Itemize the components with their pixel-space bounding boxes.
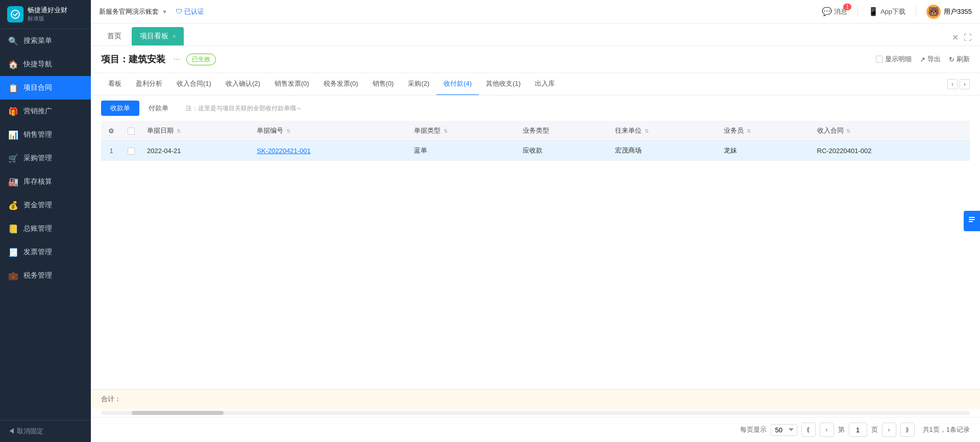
nav-tab-income-contract[interactable]: 收入合同(1)	[169, 73, 218, 95]
table-row[interactable]: 1 2022-04-21 SK-20220421-001 蓝单 应收款 宏茂商场…	[101, 141, 970, 161]
td-date: 2022-04-21	[141, 141, 251, 161]
table-header-row: ⚙ 单据日期 ⇅ 单据编号 ⇅	[101, 121, 970, 141]
td-biz-type: 应收款	[517, 141, 609, 161]
sidebar-unpin-button[interactable]: ◀ 取消固定	[0, 420, 91, 442]
nav-tab-sales[interactable]: 销售(0)	[365, 73, 401, 95]
nav-tab-other-income[interactable]: 其他收支(1)	[479, 73, 528, 95]
th-date[interactable]: 单据日期 ⇅	[141, 121, 251, 141]
page-number-input[interactable]	[849, 423, 867, 437]
tab-home[interactable]: 首页	[99, 27, 130, 45]
nav-tab-next-button[interactable]: ›	[960, 79, 970, 89]
show-detail-checkbox[interactable]	[876, 56, 883, 63]
tab-project-kanban[interactable]: 项目看板 ×	[132, 27, 184, 45]
scrollbar-thumb[interactable]	[132, 411, 224, 415]
nav-tabs: 看板 盈利分析 收入合同(1) 收入确认(2) 销售发票(0) 税务发票(0) …	[91, 73, 980, 95]
row-checkbox[interactable]	[128, 148, 135, 155]
sidebar-nav: 🔍 搜索菜单 🏠 快捷导航 📋 项目合同 🎁 营销推广 📊 销售管理 🛒 采购管…	[0, 29, 91, 420]
td-number[interactable]: SK-20220421-001	[251, 141, 408, 161]
per-page-select[interactable]: 50 20 100	[771, 424, 797, 436]
sidebar-item-label: 采购管理	[23, 154, 52, 163]
topbar-account: 新服务官网演示账套 ▼ 🛡 已认证	[99, 7, 822, 16]
data-table-wrap: ⚙ 单据日期 ⇅ 单据编号 ⇅	[91, 121, 980, 389]
refresh-button[interactable]: ↻ 刷新	[949, 55, 970, 64]
sidebar-item-purchase-mgmt[interactable]: 🛒 采购管理	[0, 146, 91, 170]
home-icon: 🏠	[8, 59, 18, 69]
tab-bar-actions: ✕ ⛶	[952, 33, 972, 45]
user-menu-button[interactable]: 🐻 用户3355	[926, 5, 972, 19]
th-number[interactable]: 单据编号 ⇅	[251, 121, 408, 141]
inventory-icon: 🏭	[8, 177, 18, 187]
sidebar-item-fund-mgmt[interactable]: 💰 资金管理	[0, 193, 91, 217]
sidebar-item-label: 项目合同	[23, 83, 52, 92]
nav-tab-inout-storage[interactable]: 出入库	[528, 73, 562, 95]
account-dropdown-icon[interactable]: ▼	[162, 9, 167, 15]
project-more-button[interactable]: ···	[174, 55, 180, 64]
nav-tab-profit[interactable]: 盈利分析	[129, 73, 169, 95]
header-checkbox[interactable]	[128, 128, 135, 135]
gear-icon[interactable]: ⚙	[108, 127, 114, 135]
sidebar-item-sales-mgmt[interactable]: 📊 销售管理	[0, 123, 91, 146]
sidebar-item-marketing[interactable]: 🎁 营销推广	[0, 100, 91, 123]
table-scrollbar[interactable]	[91, 409, 980, 417]
th-partner[interactable]: 往来单位 ⇅	[609, 121, 718, 141]
th-biz-type[interactable]: 业务类型	[517, 121, 609, 141]
nav-tab-tax-invoice[interactable]: 税务发票(0)	[316, 73, 365, 95]
th-checkbox[interactable]	[121, 121, 141, 141]
message-button[interactable]: 💬 消息 1	[822, 7, 847, 16]
right-panel-button[interactable]	[964, 211, 980, 231]
td-num: 1	[101, 141, 121, 161]
sub-tab-note: 注：这里是与项目关联的全部收付款单哦～	[186, 104, 302, 113]
purchase-icon: 🛒	[8, 153, 18, 163]
sidebar-footer-label: ◀ 取消固定	[8, 427, 43, 436]
sidebar-item-quick-nav[interactable]: 🏠 快捷导航	[0, 53, 91, 76]
topbar-divider-2	[916, 7, 916, 17]
app-download-button[interactable]: 📱 App下载	[868, 7, 905, 16]
sidebar-item-tax-mgmt[interactable]: 💼 税务管理	[0, 264, 91, 287]
tab-active-label: 项目看板	[140, 32, 168, 41]
show-detail-checkbox-wrapper[interactable]: 显示明细	[876, 55, 912, 64]
content-area: 项目：建筑安装 ··· 已生效 显示明细 ↗ 导出 ↻ 刷新	[91, 46, 980, 442]
page-last-button[interactable]: ⟫	[900, 423, 915, 437]
tax-icon: 💼	[8, 271, 18, 281]
sidebar-item-invoice-mgmt[interactable]: 🧾 发票管理	[0, 240, 91, 264]
page-next-button[interactable]: ›	[882, 423, 896, 437]
sidebar-item-search[interactable]: 🔍 搜索菜单	[0, 29, 91, 53]
export-button[interactable]: ↗ 导出	[920, 55, 941, 64]
th-staff[interactable]: 业务员 ⇅	[718, 121, 811, 141]
marketing-icon: 🎁	[8, 106, 18, 116]
th-type[interactable]: 单据类型 ⇅	[408, 121, 517, 141]
sidebar-item-label: 库存核算	[23, 177, 52, 186]
th-gear[interactable]: ⚙	[101, 121, 121, 141]
fund-icon: 💰	[8, 200, 18, 210]
sub-tab-payment[interactable]: 付款单	[139, 101, 178, 116]
th-income-contract[interactable]: 收入合同 ⇅	[811, 121, 970, 141]
nav-tab-receive-payment[interactable]: 收付款(4)	[436, 73, 479, 95]
nav-tab-income-confirm[interactable]: 收入确认(2)	[218, 73, 267, 95]
sidebar-item-project-contract[interactable]: 📋 项目合同	[0, 76, 91, 100]
doc-number-link[interactable]: SK-20220421-001	[257, 147, 311, 155]
page-first-button[interactable]: ⟪	[801, 423, 816, 437]
topbar-divider-1	[857, 7, 858, 17]
main-area: 新服务官网演示账套 ▼ 🛡 已认证 💬 消息 1 📱 App下载 🐻 用户335…	[91, 0, 980, 442]
scrollbar-track[interactable]	[101, 411, 970, 415]
nav-tab-sales-invoice[interactable]: 销售发票(0)	[267, 73, 316, 95]
nav-tab-kanban[interactable]: 看板	[101, 73, 129, 95]
window-close-button[interactable]: ✕	[952, 33, 959, 42]
app-download-label: App下载	[880, 7, 905, 16]
tab-bar: 首页 项目看板 × ✕ ⛶	[91, 23, 980, 46]
td-checkbox[interactable]	[121, 141, 141, 161]
logo-sub: 标准版	[28, 15, 67, 22]
sidebar-item-inventory[interactable]: 🏭 库存核算	[0, 170, 91, 193]
sub-tab-receipt[interactable]: 收款单	[101, 101, 139, 116]
tab-close-button[interactable]: ×	[173, 33, 176, 39]
svg-rect-2	[969, 219, 975, 220]
tab-home-label: 首页	[107, 32, 121, 41]
nav-tab-prev-button[interactable]: ‹	[947, 79, 958, 89]
sort-staff-icon: ⇅	[747, 128, 751, 134]
certified-badge: 🛡 已认证	[176, 7, 204, 16]
window-expand-button[interactable]: ⛶	[964, 33, 972, 42]
nav-tab-purchase[interactable]: 采购(2)	[401, 73, 436, 95]
sidebar-item-ledger[interactable]: 📒 总账管理	[0, 217, 91, 240]
page-prev-button[interactable]: ‹	[820, 423, 834, 437]
table-footer-summary: 合计：	[91, 389, 980, 409]
